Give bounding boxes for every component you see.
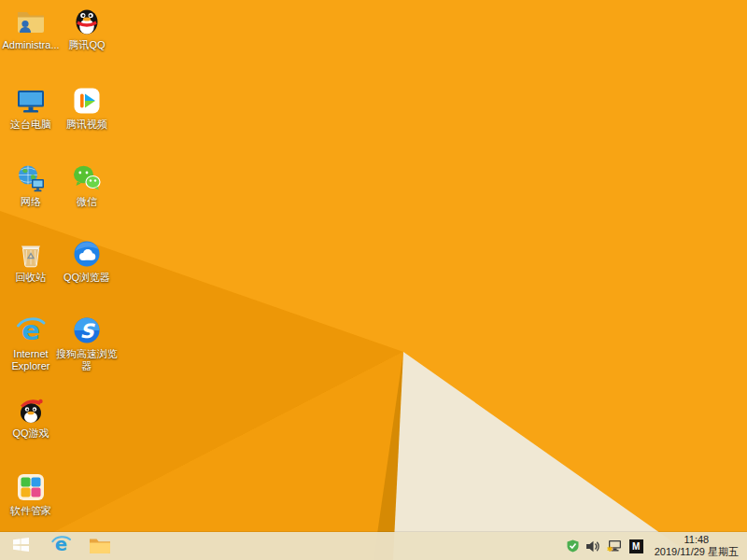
desktop-icon-label: 网络 — [21, 196, 41, 208]
desktop-icon-qq-browser[interactable]: QQ浏览器 — [56, 238, 118, 315]
taskbar-ie-button[interactable]: e — [41, 532, 80, 560]
user-folder-icon — [15, 6, 47, 37]
network-status-icon[interactable]: ✱ — [607, 539, 622, 553]
desktop-icon-label: QQ游戏 — [12, 427, 49, 440]
desktop-surface[interactable]: Administra... 腾讯QQ — [0, 0, 747, 532]
desktop-icon-label: QQ浏览器 — [63, 272, 110, 284]
sogou-s-icon: S — [71, 315, 103, 346]
desktop-icon-sogou-browser[interactable]: S 搜狗高速浏览器 — [56, 315, 118, 391]
desktop-icon-label: 回收站 — [16, 272, 47, 284]
system-tray: ✱ M 11:48 2019/11/29 星期五 — [567, 534, 747, 558]
desktop-icon-label: 腾讯视频 — [66, 119, 107, 131]
tray-shield-icon[interactable] — [567, 539, 579, 553]
clock-time: 11:48 — [655, 534, 739, 546]
trash-bin-icon — [15, 238, 47, 270]
ie-e-icon: e — [50, 534, 72, 558]
planet-cloud-icon — [71, 238, 103, 270]
svg-text:✱: ✱ — [607, 545, 613, 553]
desktop-icon-network[interactable]: 网络 — [0, 162, 62, 239]
desktop-icon-label: 软件管家 — [10, 505, 51, 517]
start-button[interactable] — [0, 532, 41, 560]
desktop-icon-tencent-qq[interactable]: 腾讯QQ — [56, 6, 118, 82]
desktop-icon-label: 微信 — [77, 196, 97, 208]
folder-icon — [89, 536, 111, 557]
penguin-hat-icon — [15, 394, 47, 426]
chat-bubbles-icon — [71, 162, 103, 194]
desktop-icon-this-pc[interactable]: 这台电脑 — [0, 85, 62, 161]
clock-date: 2019/11/29 星期五 — [655, 546, 739, 558]
ie-e-icon: e — [15, 315, 47, 346]
desktop-icon-tencent-video[interactable]: 腾讯视频 — [56, 85, 118, 161]
desktop-icon-recycle-bin[interactable]: 回收站 — [0, 238, 62, 315]
desktop-icon-internet-explorer[interactable]: e Internet Explorer — [0, 315, 62, 391]
windows-logo-icon — [13, 538, 29, 554]
desktop-icon-label: 腾讯QQ — [68, 39, 105, 51]
qq-penguin-icon — [71, 6, 103, 37]
play-logo-icon — [71, 85, 103, 117]
desktop-icon-administrator[interactable]: Administra... — [0, 6, 62, 82]
taskbar-file-explorer-button[interactable] — [80, 532, 120, 560]
desktop-icon-label: 这台电脑 — [10, 119, 51, 131]
taskbar-clock[interactable]: 11:48 2019/11/29 星期五 — [651, 534, 739, 558]
desktop-icon-label: Administra... — [2, 39, 59, 51]
computer-icon — [15, 85, 47, 117]
desktop-icon-qq-games[interactable]: QQ游戏 — [0, 394, 62, 470]
color-tiles-icon — [15, 471, 47, 503]
desktop-icon-label: 搜狗高速浏览器 — [56, 348, 118, 372]
globe-computer-icon — [15, 162, 47, 194]
svg-text:S: S — [79, 320, 95, 343]
desktop-icon-label: Internet Explorer — [0, 348, 62, 372]
desktop-icon-wechat[interactable]: 微信 — [56, 162, 118, 239]
ime-indicator[interactable]: M — [629, 539, 643, 553]
taskbar: e — [0, 532, 747, 560]
volume-icon[interactable] — [586, 540, 599, 553]
